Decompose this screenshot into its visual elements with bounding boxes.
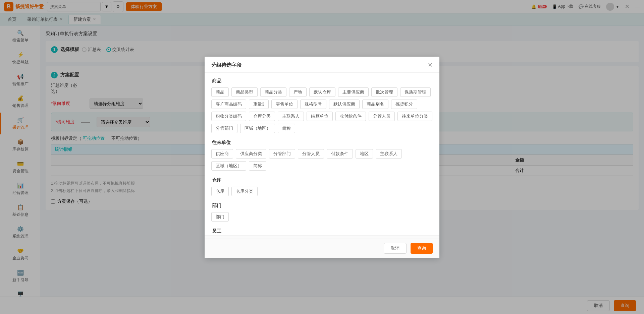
field-section-商品: 商品商品商品类型商品分类产地默认仓库主要供应商批次管理保质期管理客户商品编码重量… <box>211 78 433 133</box>
field-section-title-商品: 商品 <box>211 78 433 84</box>
field-tag[interactable]: 主要供应商 <box>338 87 369 97</box>
modal-horizontal-scroll[interactable] <box>205 235 439 238</box>
field-tag[interactable]: 收付款条件 <box>335 112 366 121</box>
field-tag[interactable]: 地区 <box>356 149 373 159</box>
field-tag[interactable]: 分管人员 <box>369 112 395 121</box>
field-tag[interactable]: 保质期管理 <box>400 87 431 97</box>
modal-overlay: 分组待选字段 ✕ 商品商品商品类型商品分类产地默认仓库主要供应商批次管理保质期管… <box>0 0 644 314</box>
field-tag[interactable]: 供应商分类 <box>236 149 266 159</box>
field-tag[interactable]: 规格型号 <box>300 100 326 109</box>
field-tag[interactable]: 默认供应商 <box>329 100 360 109</box>
modal-confirm-button[interactable]: 查询 <box>411 243 433 254</box>
field-tag[interactable]: 商品分类 <box>260 87 286 97</box>
field-tags-仓库: 仓库仓库分类 <box>211 187 433 196</box>
field-tags-部门: 部门 <box>211 212 433 222</box>
field-section-title-往来单位: 往来单位 <box>211 140 433 146</box>
field-tag[interactable]: 分管部门 <box>211 124 237 133</box>
field-tag[interactable]: 仓库分类 <box>231 187 258 196</box>
field-tag[interactable]: 供应商 <box>211 149 233 159</box>
field-section-员工: 员工业务员 <box>211 228 433 236</box>
field-tag[interactable]: 默认仓库 <box>309 87 335 97</box>
field-tag[interactable]: 客户商品编码 <box>211 100 246 109</box>
field-tag[interactable]: 主联系人 <box>376 149 402 159</box>
field-tag[interactable]: 仓库 <box>211 187 229 196</box>
modal-body: 商品商品商品类型商品分类产地默认仓库主要供应商批次管理保质期管理客户商品编码重量… <box>205 73 439 236</box>
modal-title: 分组待选字段 <box>211 62 241 68</box>
modal-close-button[interactable]: ✕ <box>428 62 433 68</box>
field-tag[interactable]: 简称 <box>278 124 295 133</box>
field-tag[interactable]: 主联系人 <box>278 112 304 121</box>
field-tag[interactable]: 税收分类编码 <box>211 112 246 121</box>
field-tag[interactable]: 简称 <box>249 161 266 171</box>
field-tag[interactable]: 分管部门 <box>269 149 295 159</box>
field-section-部门: 部门部门 <box>211 203 433 222</box>
field-tag[interactable]: 仓库分类 <box>249 112 275 121</box>
field-tags-商品: 商品商品类型商品分类产地默认仓库主要供应商批次管理保质期管理客户商品编码重量3零… <box>211 87 433 133</box>
field-tag[interactable]: 分管人员 <box>298 149 324 159</box>
field-section-title-员工: 员工 <box>211 228 433 234</box>
field-tag[interactable]: 区域（地区） <box>240 124 275 133</box>
field-tag[interactable]: 付款条件 <box>327 149 353 159</box>
modal-footer: 取消 查询 <box>205 239 439 258</box>
field-tags-往来单位: 供应商供应商分类分管部门分管人员付款条件地区主联系人区域（地区）简称 <box>211 149 433 171</box>
field-tag[interactable]: 区域（地区） <box>211 161 246 171</box>
field-tag[interactable]: 批次管理 <box>371 87 397 97</box>
field-tag[interactable]: 结算单位 <box>307 112 333 121</box>
field-tag[interactable]: 商品类型 <box>231 87 258 97</box>
field-tag[interactable]: 部门 <box>211 212 229 222</box>
field-tag[interactable]: 商品 <box>211 87 229 97</box>
field-tag[interactable]: 重量3 <box>249 100 269 109</box>
field-tag[interactable]: 拣货积分 <box>391 100 417 109</box>
field-section-title-仓库: 仓库 <box>211 177 433 183</box>
field-section-仓库: 仓库仓库仓库分类 <box>211 177 433 196</box>
modal-header: 分组待选字段 ✕ <box>205 57 439 73</box>
field-tag[interactable]: 往来单位分类 <box>397 112 432 121</box>
field-tag[interactable]: 商品别名 <box>362 100 388 109</box>
modal-cancel-button[interactable]: 取消 <box>384 243 407 254</box>
field-tag[interactable]: 产地 <box>289 87 307 97</box>
field-section-title-部门: 部门 <box>211 203 433 209</box>
field-section-往来单位: 往来单位供应商供应商分类分管部门分管人员付款条件地区主联系人区域（地区）简称 <box>211 140 433 171</box>
field-select-modal: 分组待选字段 ✕ 商品商品商品类型商品分类产地默认仓库主要供应商批次管理保质期管… <box>205 57 439 258</box>
field-tag[interactable]: 零售单位 <box>271 100 298 109</box>
